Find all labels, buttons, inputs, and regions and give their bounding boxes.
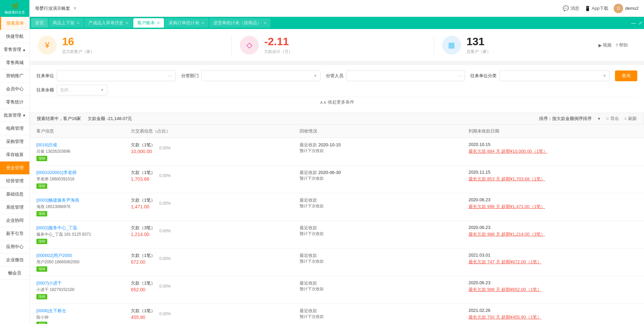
customer-cell: [000002]用户2050 用户2050 18665062050 现销 [36, 253, 131, 272]
balance-select[interactable]: 选择... ▼ [57, 85, 107, 95]
company-selector[interactable]: 母婴行业演示账套 [35, 5, 70, 11]
customer-name-link[interactable]: [0002]服务中心_丁磊 [36, 225, 131, 231]
debt-info-cell: 欠款（3笔） 1,214.00 0.00% [131, 225, 300, 237]
user-menu[interactable]: D demo2 [614, 4, 639, 13]
results-actions: 排序：按欠款金额倒序排序 ▼ ○ 导出 ○ 刷新 [539, 116, 637, 122]
sidebar-item-batch-mgmt[interactable]: 批发管理 ▼ [0, 109, 29, 122]
sidebar-item-fast-nav[interactable]: 快捷导航 [0, 30, 29, 43]
sidebar-item-search-menu[interactable]: 搜索菜单 [0, 17, 29, 30]
query-button[interactable]: 查询 [615, 70, 637, 81]
debt-info-cell: 欠款（1笔） 455.90 0.00% [131, 308, 300, 320]
chevron-down-icon[interactable]: ▼ [597, 117, 601, 121]
tab-production-history[interactable]: 产成品入库单历史 ✕ [84, 18, 133, 28]
sidebar-item-finance[interactable]: 资金管理 [0, 161, 29, 175]
tab-product-shelf[interactable]: 商品上下架 ✕ [49, 18, 84, 28]
results-bar: 搜索结果中，客户16家 欠款金额 -21,148.07元 排序：按欠款金额倒序排… [30, 113, 644, 125]
debt-info-cell: 欠款（1笔） 1,703.68 0.00% [131, 170, 300, 182]
sidebar-item-business[interactable]: 经营管理 [0, 175, 29, 188]
table-header: 客户信息 欠交易信息（占比） 回收情况 到期未收款日期 [30, 125, 644, 138]
sidebar-item-vip-member[interactable]: 畅会员 [0, 267, 29, 280]
customer-name-link[interactable]: [0016]吕俊 [36, 142, 131, 148]
tab-close-icon[interactable]: ✕ [263, 21, 267, 25]
avatar: D [614, 4, 623, 13]
sidebar-item-marketing[interactable]: 营销推广 [0, 69, 29, 83]
due-date: 2020.06.23 [469, 197, 637, 202]
due-date: 2021.02.26 [469, 308, 637, 313]
debt-pct: 0.00% [159, 256, 171, 261]
tab-close-icon[interactable]: ✕ [77, 21, 80, 25]
sidebar-item-inventory[interactable]: 库存核算 [0, 148, 29, 161]
customer-name-link[interactable]: [0001020001]李老师 [36, 170, 131, 176]
overdue-info[interactable]: 最长欠款 884 天 超期¥10,000.00（1笔） [469, 148, 637, 154]
category-select[interactable]: ▼ [499, 70, 610, 81]
sidebar-item-enterprise[interactable]: 企业协同 [0, 214, 29, 227]
supplier-input[interactable]: ··· [57, 70, 176, 81]
topbar-right: 💬 消息 📱 App下载 D demo2 [563, 4, 639, 13]
stat-debt-amount: ◇ -2.11 欠款合计（万） [232, 36, 434, 55]
col-recovery: 回收情况 [300, 128, 468, 134]
dept-select[interactable]: ▼ [201, 70, 320, 81]
tab-customer-account[interactable]: 客户账本 ✕ [133, 18, 164, 28]
overdue-info[interactable]: 最长欠款 998 天 超期¥1,471.00（1笔） [469, 204, 637, 210]
chevron-down-icon: ▼ [100, 88, 104, 92]
sidebar-item-enterprise-wechat[interactable]: 企业微信 [0, 254, 29, 267]
due-date: 2021.03.01 [469, 253, 637, 258]
export-button[interactable]: ○ 导出 [606, 116, 619, 122]
overdue-info[interactable]: 最长欠款 998 天 超期¥1,214.00（3笔） [469, 231, 637, 237]
customer-contact: 陈小帅 [36, 315, 131, 320]
tab-purchase-order[interactable]: 采购订单统计表 ✕ [165, 18, 208, 28]
overdue-info[interactable]: 最长欠款 998 天 超期¥652.00（1笔） [469, 287, 637, 293]
customer-name-link[interactable]: [000002]用户2050 [36, 253, 131, 259]
sidebar-item-retail-stat[interactable]: 零售统计 [0, 96, 29, 109]
due-date: 2020.10.15 [469, 142, 637, 147]
sort-selector[interactable]: 排序：按欠款金额倒序排序 [539, 116, 592, 122]
customer-name-link[interactable]: [0007]小进干 [36, 280, 131, 286]
sidebar-item-member[interactable]: 会员中心 [0, 83, 29, 96]
app-logo[interactable]: 🌿 畅捷通好生意 [0, 0, 29, 17]
customer-name-link[interactable]: [0003]畅捷服务尹海燕 [36, 197, 131, 203]
tabs-expand-icon[interactable]: ⤢ [639, 20, 643, 26]
debt-amount: 672.00 [131, 259, 155, 265]
table-row: [0001020001]李老师 李老师 18600391516 现销 欠款（1笔… [30, 166, 644, 193]
customer-name-link[interactable]: [0006]去下粮仓 [36, 308, 131, 314]
stats-row: ¥ 16 总欠款客户（家） ◇ -2.11 欠款合计（万） ▦ 131 总客户（… [30, 29, 644, 62]
message-icon: 💬 [563, 5, 569, 11]
results-summary: 搜索结果中，客户16家 欠款金额 -21,148.07元 [37, 116, 132, 122]
sidebar-item-retail-mall[interactable]: 零售商城 [0, 56, 29, 69]
filter-row-2: 往来余额 选择... ▼ [36, 85, 637, 95]
sidebar-item-app-center[interactable]: 应用中心 [0, 240, 29, 254]
overdue-info[interactable]: 最长欠款 750 天 超期¥455.90（1笔） [469, 314, 637, 320]
tabs-collapse-icon[interactable]: — [631, 20, 636, 26]
col-customer-info: 客户信息 [36, 128, 131, 134]
due-date-cell: 2020.10.15 最长欠款 884 天 超期¥10,000.00（1笔） [469, 142, 637, 154]
sidebar-item-retail-mgmt[interactable]: 零售管理 ▲ [0, 43, 29, 56]
sidebar-item-guide[interactable]: 新手引导 [0, 227, 29, 240]
debt-amount-value: -2.11 [264, 36, 292, 48]
help-button[interactable]: ? 帮助 [616, 42, 628, 48]
table-row: [0002]服务中心_丁磊 服务中心_丁磊 181 0125 8371 现销 欠… [30, 221, 644, 248]
app-download-button[interactable]: 📱 App下载 [585, 5, 608, 11]
tab-close-icon[interactable]: ✕ [201, 21, 204, 25]
message-button[interactable]: 💬 消息 [563, 5, 579, 11]
sidebar-item-basic-info[interactable]: 基础信息 [0, 188, 29, 201]
debt-amount: 1,214.00 [131, 232, 155, 237]
tab-close-icon[interactable]: ✕ [157, 21, 160, 25]
refresh-button[interactable]: ○ 刷新 [624, 116, 637, 122]
collapse-filters-button[interactable]: ∧∧ 收起更多条件 [36, 97, 637, 107]
tab-close-icon[interactable]: ✕ [125, 21, 129, 25]
recovery-cell: 最近收款 2020-10-15 预计下次收款 [300, 142, 468, 154]
chevron-down-icon: ▼ [23, 114, 26, 117]
overdue-info[interactable]: 最长欠款 747 天 超期¥672.00（1笔） [469, 259, 637, 265]
tab-home[interactable]: 首页 [31, 18, 48, 28]
sidebar-item-system[interactable]: 系统管理 [0, 201, 29, 214]
person-input[interactable]: ··· [346, 70, 465, 81]
company-dropdown-icon[interactable]: ▼ [73, 6, 77, 11]
export-icon: ○ [606, 116, 609, 121]
tab-purchase-stat[interactable]: 进货单统计表（按商品） ✕ [209, 18, 271, 28]
sidebar-item-ecommerce[interactable]: 电商管理 [0, 122, 29, 135]
overdue-info[interactable]: 最长欠款 853 天 超期¥1,703.68（1笔） [469, 176, 637, 182]
view-video-button[interactable]: ▶ 视频 [598, 42, 612, 48]
sidebar-item-purchase[interactable]: 采购管理 [0, 135, 29, 148]
col-due-date: 到期未收款日期 [469, 128, 637, 134]
debt-info-cell: 欠款（1笔） 672.00 0.00% [131, 253, 300, 265]
